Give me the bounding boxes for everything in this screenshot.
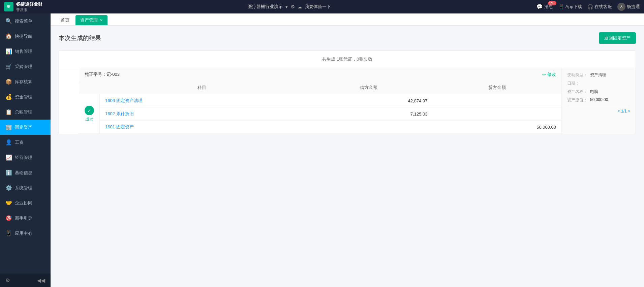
sidebar-item-purchase-label: 采购管理	[15, 64, 32, 70]
asset-value-label: 资产原值：	[567, 97, 587, 103]
page-header: 本次生成的结果 返回固定资产	[59, 32, 636, 44]
table-row: ✓成功 1606 固定资产清理 42,874.97	[79, 94, 561, 107]
sidebar-item-search[interactable]: 🔍 搜索菜单	[0, 13, 51, 29]
result-summary: 共生成 1张凭证，0张失败	[59, 51, 636, 68]
pagination: < 1/1 >	[567, 106, 630, 114]
tab-close-icon[interactable]: ✕	[100, 18, 103, 23]
tab-bar: 首页 资产管理 ✕	[51, 13, 644, 26]
col-status	[79, 81, 100, 94]
sales-icon: 📊	[5, 48, 11, 55]
subject-0[interactable]: 1606 固定资产清理	[100, 94, 304, 107]
app-download-label: App下载	[565, 4, 582, 10]
voucher-header: 凭证字号：记-003 ✏ 修改	[79, 68, 561, 81]
sidebar-item-payroll[interactable]: 👤 工资	[0, 135, 51, 150]
settings-bottom-icon[interactable]: ⚙	[5, 277, 10, 284]
col-credit: 贷方金额	[433, 81, 561, 94]
user-name: 畅捷通	[627, 4, 640, 10]
debit-0: 42,874.97	[304, 94, 433, 107]
message-icon: 💬	[536, 4, 543, 10]
logo-area: 财 畅捷通好业财 普及版	[4, 1, 42, 12]
sidebar-item-system[interactable]: ⚙️ 系统管理	[0, 180, 51, 195]
message-item[interactable]: 💬 消息 99+	[536, 4, 553, 10]
content-area: 首页 资产管理 ✕ 本次生成的结果 返回固定资产 共生成 1张凭证，0张失败	[51, 13, 644, 287]
debit-2	[304, 121, 433, 134]
operations-icon: 📈	[5, 154, 11, 161]
voucher-header-row: 凭证字号：记-003 ✏ 修改	[59, 68, 561, 134]
user-item[interactable]: 人 畅捷通	[617, 3, 640, 11]
prev-page-icon[interactable]: <	[618, 109, 620, 114]
edit-icon: ✏	[542, 72, 546, 77]
side-change-type-row: 变动类型： 资产清理	[567, 72, 630, 78]
phone-icon: 📱	[558, 4, 564, 9]
voucher-main: 凭证字号：记-003 ✏ 修改	[59, 68, 561, 134]
voucher-number: 凭证字号：记-003	[85, 71, 120, 77]
home-icon: 🏠	[5, 33, 11, 39]
credit-1	[433, 107, 561, 121]
sidebar-item-enterprise[interactable]: 🤝 企业协同	[0, 195, 51, 211]
tab-home[interactable]: 首页	[56, 15, 74, 25]
voucher-table: 科目 借方金额 贷方金额 ✓成功 1606 固定资产清理 42,8	[79, 81, 561, 134]
inventory-icon: 📦	[5, 78, 11, 85]
sidebar: 🔍 搜索菜单 🏠 快捷导航 📊 销售管理 🛒 采购管理 📦 库存核算 💰	[0, 13, 51, 287]
sidebar-bottom: ⚙ ◀◀	[0, 274, 51, 287]
sidebar-item-enterprise-label: 企业协同	[15, 200, 32, 206]
online-service-label: 在线客服	[594, 4, 612, 10]
sidebar-item-purchase[interactable]: 🛒 采购管理	[0, 59, 51, 74]
top-header: 财 畅捷通好业财 普及版 医疗器械行业演示 ▾ ⚙ ☁ 我要体验一下 💬 消息 …	[0, 0, 644, 13]
sidebar-item-sales[interactable]: 📊 销售管理	[0, 44, 51, 59]
sidebar-item-guide-label: 新手引导	[15, 215, 32, 221]
search-icon: 🔍	[5, 18, 11, 24]
headset-icon: 🎧	[587, 4, 593, 9]
sidebar-item-operations[interactable]: 📈 经营管理	[0, 150, 51, 165]
settings-icon[interactable]: ⚙	[290, 4, 295, 10]
sidebar-item-ledger[interactable]: 📋 总账管理	[0, 104, 51, 120]
sidebar-item-basic-info[interactable]: ℹ️ 基础信息	[0, 165, 51, 180]
sidebar-item-payroll-label: 工资	[15, 139, 24, 146]
funds-icon: 💰	[5, 94, 11, 100]
guide-icon: 🎯	[5, 215, 11, 221]
experience-label[interactable]: 我要体验一下	[305, 4, 331, 10]
tab-asset-mgmt-label: 资产管理	[80, 17, 98, 23]
sidebar-item-quicknav[interactable]: 🏠 快捷导航	[0, 29, 51, 44]
date-label: 日期：	[567, 81, 579, 86]
online-service-item[interactable]: 🎧 在线客服	[587, 4, 612, 10]
page-content: 本次生成的结果 返回固定资产 共生成 1张凭证，0张失败	[51, 26, 644, 287]
sidebar-item-funds[interactable]: 💰 资金管理	[0, 89, 51, 104]
next-page-icon[interactable]: >	[628, 109, 630, 114]
message-badge: 99+	[548, 1, 556, 5]
table-row: 1602 累计折旧 7,125.03	[79, 107, 561, 121]
return-button[interactable]: 返回固定资产	[599, 32, 636, 44]
chevron-down-icon[interactable]: ▾	[285, 4, 288, 9]
debit-1: 7,125.03	[304, 107, 433, 121]
company-name: 医疗器械行业演示	[248, 4, 283, 10]
sidebar-scroll: 🔍 搜索菜单 🏠 快捷导航 📊 销售管理 🛒 采购管理 📦 库存核算 💰	[0, 13, 51, 274]
credit-2: 50,000.00	[433, 121, 561, 134]
side-asset-name-row: 资产名称： 电脑	[567, 89, 630, 95]
col-subject: 科目	[100, 81, 304, 94]
voucher-section: 凭证字号：记-003 ✏ 修改	[59, 68, 636, 134]
fixed-assets-icon: 🏢	[5, 124, 11, 130]
sidebar-item-guide[interactable]: 🎯 新手引导	[0, 211, 51, 226]
collapse-icon[interactable]: ◀◀	[37, 277, 45, 284]
page-indicator: 1/1	[621, 109, 628, 114]
edit-button[interactable]: ✏ 修改	[542, 71, 556, 77]
sidebar-item-inventory-label: 库存核算	[15, 79, 32, 85]
subject-1[interactable]: 1602 累计折旧	[100, 107, 304, 121]
sidebar-item-ledger-label: 总账管理	[15, 109, 32, 115]
table-header-row: 科目 借方金额 贷方金额	[79, 81, 561, 94]
ledger-icon: 📋	[5, 109, 11, 115]
sidebar-item-apps[interactable]: 📱 应用中心	[0, 226, 51, 241]
tab-asset-mgmt[interactable]: 资产管理 ✕	[75, 15, 108, 25]
page-title: 本次生成的结果	[59, 34, 101, 42]
sidebar-item-funds-label: 资金管理	[15, 94, 32, 100]
sidebar-item-inventory[interactable]: 📦 库存核算	[0, 74, 51, 89]
sidebar-item-fixed-assets[interactable]: 🏢 固定资产	[0, 120, 51, 135]
logo-edition: 普及版	[16, 7, 42, 12]
enterprise-icon: 🤝	[5, 200, 11, 206]
change-type-label: 变动类型：	[567, 72, 587, 78]
subject-2[interactable]: 1601 固定资产	[100, 121, 304, 134]
voucher-header-area: 凭证字号：记-003 ✏ 修改	[79, 68, 561, 134]
app-download-item[interactable]: 📱 App下载	[558, 4, 582, 10]
sidebar-item-system-label: 系统管理	[15, 185, 32, 191]
cloud-icon: ☁	[298, 4, 302, 9]
